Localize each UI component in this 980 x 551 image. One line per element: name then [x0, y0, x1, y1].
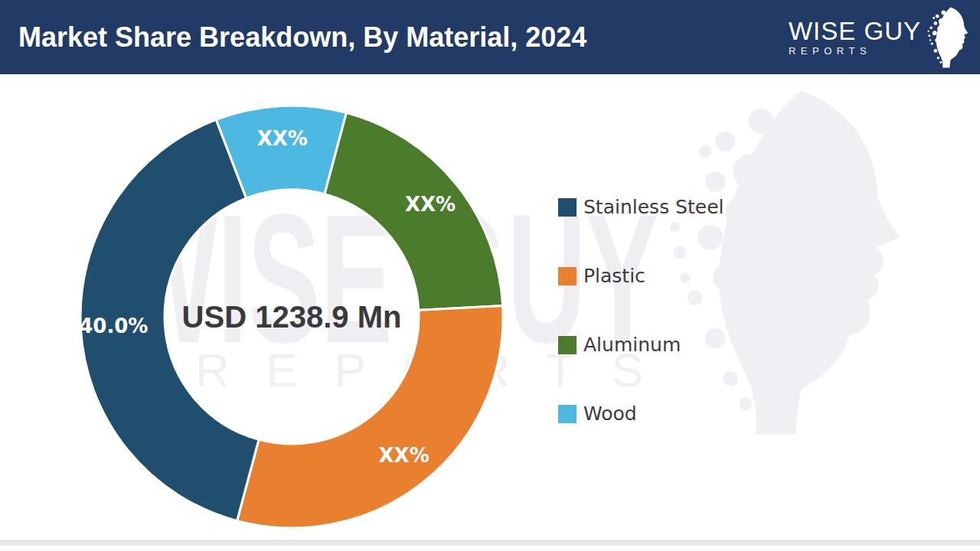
- face-profile-icon: [925, 6, 969, 69]
- legend-item-aluminum: Aluminum: [558, 335, 724, 355]
- legend-item-wood: Wood: [558, 404, 724, 424]
- segment-percentage-label: 40.0%: [79, 315, 148, 337]
- legend-label: Wood: [583, 404, 637, 424]
- legend-item-plastic: Plastic: [558, 266, 724, 286]
- header: Market Share Breakdown, By Material, 202…: [0, 0, 980, 74]
- logo-subtitle: REPORTS: [789, 45, 871, 57]
- legend-label: Stainless Steel: [583, 197, 724, 217]
- page-title: Market Share Breakdown, By Material, 202…: [0, 21, 586, 54]
- wiseguy-logo: WISE GUY REPORTS: [789, 6, 969, 69]
- donut-segment-plastic: [237, 306, 503, 528]
- logo-name: WISE GUY: [789, 18, 921, 44]
- legend-label: Plastic: [583, 266, 645, 286]
- chart-area: WISE GUY REPORTS XX%XX%XX%40.0% USD 1238…: [0, 74, 980, 546]
- legend-item-stainless-steel: Stainless Steel: [558, 197, 724, 217]
- chart-center-value: USD 1238.9 Mn: [182, 300, 402, 334]
- legend-swatch: [558, 267, 577, 285]
- legend-swatch: [558, 336, 577, 354]
- legend-swatch: [558, 198, 577, 217]
- legend-swatch: [558, 405, 577, 423]
- chart-legend: Stainless Steel Plastic Aluminum Wood: [558, 197, 724, 424]
- segment-percentage-label: XX%: [379, 444, 430, 467]
- segment-percentage-label: XX%: [257, 127, 308, 150]
- legend-label: Aluminum: [583, 335, 681, 355]
- logo-text: WISE GUY REPORTS: [789, 18, 921, 57]
- segment-percentage-label: XX%: [405, 193, 456, 216]
- donut-chart: XX%XX%XX%40.0%: [0, 74, 980, 546]
